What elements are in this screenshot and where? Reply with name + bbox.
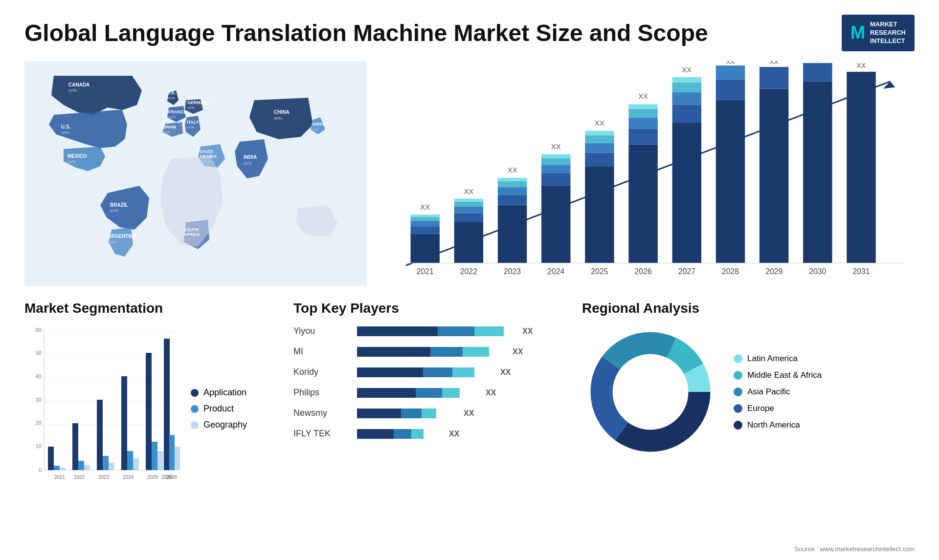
svg-rect-67: [628, 118, 657, 129]
svg-text:0: 0: [39, 467, 42, 473]
svg-rect-81: [760, 88, 788, 263]
regional-legend: Latin America Middle East & Africa Asia …: [734, 354, 822, 430]
logo-letter: M: [850, 22, 865, 43]
svg-rect-130: [133, 458, 139, 470]
bar-chart-container: XX XX XX XX: [381, 61, 915, 286]
svg-rect-78: [716, 79, 745, 100]
svg-text:xx%: xx%: [200, 159, 207, 164]
svg-rect-35: [410, 234, 439, 263]
svg-rect-147: [430, 347, 463, 357]
player-row-iflytek: IFLY TEK XX: [293, 426, 567, 442]
top-section: CANADA xx% U.S. xx% MEXICO xx% BRAZIL xx…: [24, 61, 915, 286]
svg-rect-65: [628, 144, 657, 263]
svg-text:xx%: xx%: [183, 237, 191, 242]
header: Global Language Translation Machine Mark…: [24, 15, 915, 51]
svg-rect-120: [72, 423, 78, 470]
svg-rect-50: [498, 181, 527, 187]
svg-text:ITALY: ITALY: [187, 120, 199, 125]
svg-rect-140: [169, 435, 175, 470]
player-bar-newsmy: XX: [357, 406, 474, 421]
svg-rect-66: [628, 129, 657, 145]
svg-rect-116: [48, 447, 54, 470]
svg-text:xx%: xx%: [274, 116, 282, 121]
svg-text:30: 30: [36, 397, 42, 403]
svg-text:U.S.: U.S.: [61, 124, 71, 129]
svg-rect-128: [121, 376, 127, 470]
svg-rect-85: [803, 63, 832, 82]
player-row-yiyou: Yiyou XX: [293, 323, 567, 339]
players-title: Top Key Players: [293, 301, 567, 316]
svg-rect-121: [78, 461, 84, 470]
svg-text:10: 10: [36, 443, 42, 449]
svg-rect-152: [357, 388, 416, 398]
svg-rect-51: [498, 178, 527, 181]
svg-text:2028: 2028: [722, 267, 739, 276]
player-bar-koridy: XX: [357, 365, 511, 380]
bar-chart-svg: XX XX XX XX: [381, 61, 915, 286]
svg-rect-158: [357, 429, 394, 439]
svg-text:ARABIA: ARABIA: [200, 154, 217, 159]
svg-text:XX: XX: [420, 203, 430, 211]
svg-rect-62: [585, 135, 614, 143]
svg-text:xx%: xx%: [163, 130, 170, 134]
svg-rect-129: [127, 451, 133, 470]
svg-text:GERMANY: GERMANY: [187, 100, 210, 105]
svg-text:XX: XX: [682, 66, 692, 74]
svg-rect-82: [760, 67, 788, 89]
svg-rect-79: [716, 65, 745, 80]
seg-legend: Application Product Geography: [191, 388, 247, 430]
svg-rect-141: [175, 447, 180, 470]
svg-text:xx%: xx%: [311, 128, 318, 132]
svg-rect-49: [498, 187, 527, 194]
svg-rect-153: [416, 388, 442, 398]
svg-rect-139: [164, 339, 169, 470]
player-bar-svg-yiyou: [357, 323, 518, 339]
logo-area: M MARKET RESEARCH INTELLECT: [842, 15, 915, 51]
player-bar-svg-koridy: [357, 365, 496, 380]
svg-text:2031: 2031: [852, 267, 870, 276]
svg-rect-157: [422, 409, 436, 418]
svg-rect-57: [541, 154, 570, 158]
north-america-dot: [734, 421, 742, 430]
svg-rect-84: [803, 81, 832, 263]
svg-text:XX: XX: [857, 62, 866, 69]
svg-text:2027: 2027: [678, 267, 695, 276]
logo-text: MARKET RESEARCH INTELLECT: [870, 21, 906, 45]
svg-rect-72: [672, 105, 701, 123]
svg-rect-133: [152, 442, 157, 470]
legend-mea: Middle East & Africa: [734, 370, 822, 380]
svg-text:50: 50: [36, 350, 42, 356]
svg-rect-132: [146, 353, 152, 470]
svg-text:XX: XX: [551, 143, 561, 151]
world-map-svg: CANADA xx% U.S. xx% MEXICO xx% BRAZIL xx…: [24, 61, 367, 286]
svg-rect-55: [541, 165, 570, 173]
segmentation-content: 0 10 20 30 40 50 60: [24, 323, 279, 495]
svg-rect-160: [411, 429, 424, 439]
logo-box: M MARKET RESEARCH INTELLECT: [842, 15, 915, 51]
svg-rect-154: [442, 388, 460, 398]
svg-rect-42: [454, 213, 483, 222]
mea-dot: [734, 371, 742, 380]
svg-text:2023: 2023: [504, 267, 521, 276]
player-bar-svg-iflytek: [357, 426, 445, 442]
legend-europe: Europe: [734, 404, 822, 413]
svg-text:JAPAN: JAPAN: [311, 122, 326, 127]
svg-text:xx%: xx%: [168, 115, 176, 119]
svg-rect-61: [585, 143, 614, 152]
player-name-philips: Philips: [293, 388, 352, 398]
svg-text:2029: 2029: [765, 267, 782, 276]
svg-text:2021: 2021: [54, 474, 66, 480]
player-name-iflytek: IFLY TEK: [293, 429, 352, 439]
legend-north-america: North America: [734, 420, 822, 430]
legend-latin-america: Latin America: [734, 354, 822, 364]
svg-text:2025: 2025: [591, 267, 608, 276]
segmentation-chart: 0 10 20 30 40 50 60: [24, 323, 181, 495]
svg-text:2022: 2022: [460, 267, 477, 276]
svg-text:XX: XX: [638, 92, 648, 100]
svg-rect-144: [438, 326, 474, 336]
svg-rect-39: [410, 215, 439, 217]
svg-text:XX: XX: [595, 119, 604, 127]
svg-text:XX: XX: [508, 166, 517, 174]
svg-text:2030: 2030: [809, 267, 826, 276]
players-list: Yiyou XX MI: [293, 323, 567, 442]
